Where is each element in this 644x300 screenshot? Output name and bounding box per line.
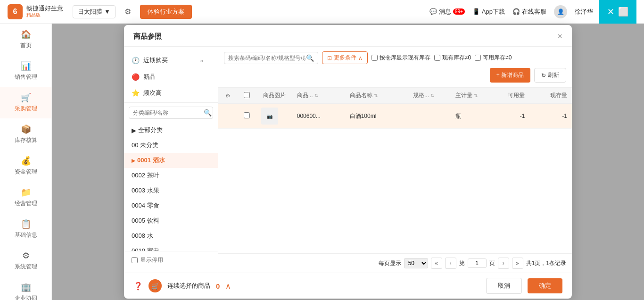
stock-ne0-checkbox-label[interactable]: 现有库存≠0 (434, 54, 471, 62)
recent-purchase-item[interactable]: 🕐 近期购买 « (124, 52, 218, 68)
category-search-icon[interactable]: 🔍 (204, 109, 212, 117)
warehouse-checkbox-label[interactable]: 按仓库显示现有库存 (372, 54, 430, 62)
category-0010[interactable]: 0010 家电 (124, 243, 218, 251)
category-0001-label: 0001 酒水 (137, 156, 165, 165)
sidebar-item-collab[interactable]: 🏢 企业协同 (0, 276, 51, 300)
modal-close-button[interactable]: × (557, 32, 562, 42)
operations-icon: 📁 (21, 187, 31, 198)
category-0004[interactable]: 0004 零食 (124, 198, 218, 213)
table-row[interactable]: 📷 000600... 白酒100ml 瓶 -1 -1 (218, 104, 572, 129)
sidebar-item-sales[interactable]: 📊 销售管理 (0, 55, 51, 87)
product-search-wrap: 🔍 (224, 52, 318, 64)
next-page-button[interactable]: › (498, 258, 509, 269)
close-window-icon[interactable]: ✕ (607, 7, 614, 17)
logo-area: 6 畅捷通好生意 精品版 (8, 4, 63, 19)
product-search-icon[interactable]: 🔍 (306, 54, 314, 62)
prev-page-icon: ‹ (450, 260, 452, 267)
sidebar-item-home[interactable]: 🏠 首页 (0, 24, 51, 55)
category-0005[interactable]: 0005 饮料 (124, 213, 218, 228)
row-select-checkbox[interactable] (244, 112, 250, 118)
col-spec-header[interactable]: 规格... ⇅ (408, 88, 451, 104)
col-unit-label: 主计量 (455, 92, 472, 99)
filter-label: 更多条件 (334, 54, 356, 62)
sidebar-item-system[interactable]: ⚙ 系统管理 (0, 245, 51, 276)
left-panel-menu: 🕐 近期购买 « 🔴 新品 ⭐ 频次高 (124, 50, 218, 103)
modal-overlay: 商品参照 × 🕐 近期购买 « (52, 24, 644, 300)
phone-icon: 📱 (472, 8, 480, 15)
new-icon: 🔴 (132, 73, 140, 81)
maximize-icon[interactable]: ⬜ (618, 7, 628, 17)
sidebar-item-finance[interactable]: 💰 资金管理 (0, 150, 51, 182)
online-service-item[interactable]: 🎧 在线客服 (512, 8, 546, 16)
category-0003[interactable]: 0003 水果 (124, 183, 218, 198)
product-search-input[interactable] (228, 55, 306, 61)
col-unit-header[interactable]: 主计量 ⇅ (451, 88, 487, 104)
row-unit-cell: 瓶 (451, 104, 487, 129)
stock-ne0-checkbox[interactable] (434, 55, 440, 61)
experience-button[interactable]: 体验行业方案 (140, 5, 192, 19)
help-icon[interactable]: ❓ (133, 282, 143, 291)
new-product-item[interactable]: 🔴 新品 (124, 69, 218, 84)
sidebar-item-inventory[interactable]: 📦 库存核算 (0, 118, 51, 150)
sort-unit-icon: ⇅ (474, 93, 478, 98)
clock-icon: 🕐 (132, 57, 140, 64)
category-00[interactable]: 00 未分类 (124, 138, 218, 153)
per-page-select[interactable]: 50 100 200 (404, 258, 428, 268)
per-page-label: 每页显示 (379, 259, 401, 267)
logo-sub: 精品版 (26, 12, 63, 18)
prev-page-button[interactable]: ‹ (445, 258, 456, 269)
category-0002[interactable]: 0002 茶叶 (124, 168, 218, 183)
category-0008[interactable]: 0008 水 (124, 228, 218, 243)
more-filter-button[interactable]: ⊡ 更多条件 ∧ (322, 51, 368, 64)
system-icon: ⚙ (22, 250, 30, 261)
sales-icon: 📊 (21, 61, 31, 71)
col-name-header[interactable]: 商品名称 ⇅ (345, 88, 408, 104)
stock-ne0-label: 现有库存≠0 (442, 54, 471, 62)
settings-icon[interactable]: ⚙ (121, 5, 134, 18)
modal-body: 🕐 近期购买 « 🔴 新品 ⭐ 频次高 (124, 47, 572, 273)
last-page-button[interactable]: » (512, 258, 523, 269)
last-page-icon: » (516, 260, 519, 267)
avail-ne0-checkbox-label[interactable]: 可用库存≠0 (475, 54, 512, 62)
sidebar-item-basic[interactable]: 📋 基础信息 (0, 213, 51, 245)
messages-item[interactable]: 💬 消息 99+ (429, 8, 465, 16)
app-download-item[interactable]: 📱 App下载 (472, 8, 505, 16)
top-nav: 6 畅捷通好生意 精品版 日太阳膜 ▼ ⚙ 体验行业方案 💬 消息 99+ 📱 … (0, 0, 644, 24)
logo-text: 畅捷通好生意 (26, 5, 63, 12)
store-select[interactable]: 日太阳膜 ▼ (73, 5, 116, 18)
sidebar-item-purchase[interactable]: 🛒 采购管理 (0, 87, 51, 118)
category-0001[interactable]: ▶ 0001 酒水 (124, 153, 218, 168)
category-0010-label: 0010 家电 (132, 247, 159, 251)
sidebar-item-operations[interactable]: 📁 经营管理 (0, 182, 51, 213)
warehouse-checkbox[interactable] (372, 55, 378, 61)
store-name: 日太阳膜 (78, 8, 102, 16)
sort-name-icon: ⇅ (374, 93, 378, 98)
row-settings-cell (218, 104, 237, 129)
collapse-left-icon[interactable]: « (197, 56, 206, 65)
high-freq-item[interactable]: ⭐ 频次高 (124, 85, 218, 100)
category-all-label: 全部分类 (138, 126, 163, 134)
sidebar-label-purchase: 采购管理 (15, 105, 37, 113)
add-product-button[interactable]: + 新增商品 (490, 68, 530, 83)
col-code-header[interactable]: 商品... ⇅ (292, 88, 345, 104)
refresh-label: 刷新 (548, 71, 559, 79)
avail-ne0-checkbox[interactable] (475, 55, 481, 61)
collapse-up-icon[interactable]: ∧ (225, 282, 231, 291)
refresh-button[interactable]: ↻ 刷新 (534, 68, 566, 83)
row-name-cell: 白酒100ml (345, 104, 408, 129)
select-all-checkbox[interactable] (244, 92, 250, 98)
show-disabled-checkbox[interactable] (132, 257, 138, 263)
category-all[interactable]: ▶ 全部分类 (124, 123, 218, 138)
sidebar-label-home: 首页 (20, 42, 32, 50)
category-search-input[interactable] (133, 109, 204, 116)
current-page-input[interactable] (468, 258, 487, 268)
main-layout: 🏠 首页 📊 销售管理 🛒 采购管理 📦 库存核算 💰 资金管理 📁 经营管理 … (0, 24, 644, 300)
sidebar-label-system: 系统管理 (15, 263, 37, 271)
teal-controls: ✕ ⬜ (599, 0, 636, 24)
cart-count: 0 (216, 282, 220, 290)
sort-code-icon: ⇅ (314, 93, 318, 98)
confirm-button[interactable]: 确定 (528, 278, 562, 293)
first-page-button[interactable]: « (431, 258, 442, 269)
cancel-button[interactable]: 取消 (486, 278, 522, 294)
headset-icon: 🎧 (512, 8, 520, 15)
